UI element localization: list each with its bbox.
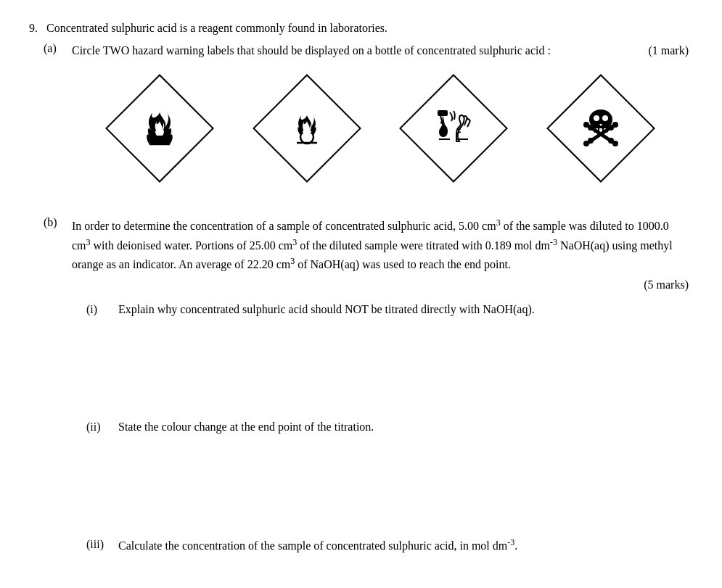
svg-point-14 [602,115,608,121]
svg-point-7 [440,121,443,124]
part-b: (b) In order to determine the concentrat… [44,216,693,555]
q-intro: Concentrated sulphuric acid is a reagent… [46,22,387,34]
subpart-ii-answer-space [86,442,689,514]
part-b-text: In order to determine the concentration … [72,220,673,270]
svg-point-17 [588,138,594,144]
corrosive-icon [424,99,483,157]
svg-point-24 [588,125,594,131]
hazard-symbol-3 [399,74,508,183]
hazard-symbol-4 [546,74,655,183]
svg-point-19 [608,125,614,131]
part-b-label: (b) [44,216,69,229]
subpart-ii-text: State the colour change at the end point… [118,418,684,436]
q-number: 9. [29,22,38,34]
oxidising-icon [278,99,336,157]
part-b-marks: (5 marks) [72,276,689,294]
hazard-symbol-2 [253,74,361,183]
subpart-iii: (iii) Calculate the concentration of the… [86,536,689,555]
part-a: (a) Circle TWO hazard warning labels tha… [44,42,693,204]
subpart-iii-text: Calculate the concentration of the sampl… [118,536,684,555]
subpart-i-label: (i) [86,301,115,318]
toxic-icon [572,99,630,157]
svg-rect-5 [438,110,448,116]
part-a-text: Circle TWO hazard warning labels that sh… [72,44,551,57]
hazard-symbols-row [72,74,689,183]
diamond-inner-4 [546,74,655,183]
subpart-i-answer-space [86,324,689,397]
part-a-label: (a) [44,42,69,55]
part-a-content: Circle TWO hazard warning labels that sh… [72,42,689,204]
svg-line-6 [440,116,442,121]
subpart-ii: (ii) State the colour change at the end … [86,418,689,514]
subpart-ii-label: (ii) [86,418,115,436]
question-number: 9. Concentrated sulphuric acid is a reag… [29,22,693,35]
svg-point-13 [594,115,599,121]
subpart-iii-label: (iii) [86,536,115,553]
diamond-inner-3 [399,74,508,183]
part-a-marks: (1 mark) [648,42,689,59]
subpart-i: (i) Explain why concentrated sulphuric a… [86,301,689,397]
hazard-symbol-1 [105,74,214,183]
diamond-inner-1 [105,74,214,183]
part-b-content: In order to determine the concentration … [72,216,689,555]
flame-icon [131,99,189,157]
diamond-inner-2 [253,74,361,183]
subpart-i-text: Explain why concentrated sulphuric acid … [118,301,684,318]
svg-point-22 [608,138,614,144]
